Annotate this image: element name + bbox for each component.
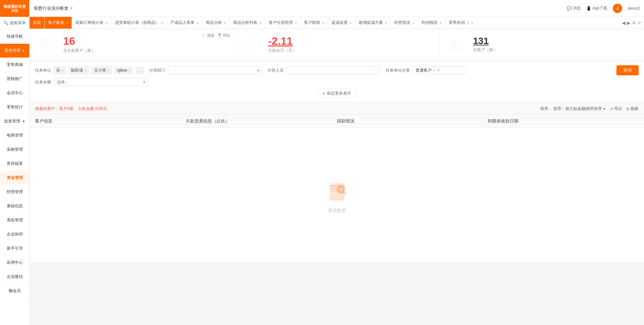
- sidebar-item-app-center[interactable]: 应用中心: [0, 256, 29, 270]
- tab-inbound-stats[interactable]: 进货单统计表（按商品） ×: [112, 17, 167, 29]
- sidebar-item-new-guide[interactable]: 新手引导: [0, 242, 29, 256]
- unit-class-input-wrap: 普通客户 × ▼: [413, 67, 466, 74]
- tab-product-analysis-list[interactable]: 商品分析列表 ×: [230, 17, 265, 29]
- tab-close-all-icon[interactable]: ✕: [632, 20, 636, 26]
- table-header: 客户信息 欠款交易信息（占比） 回款情况 到期未收款日期: [30, 115, 644, 128]
- sidebar-item-finance[interactable]: 资金管理: [0, 171, 29, 185]
- sidebar-item-enterprise-collab[interactable]: 企业协同: [0, 227, 29, 242]
- sidebar-item-retail-mall[interactable]: 零售商城: [0, 58, 29, 72]
- tab-close-icon[interactable]: ×: [66, 21, 68, 25]
- collapse-btn[interactable]: ∧ 收起更多条件: [318, 89, 355, 98]
- filter-tag-cjttcw[interactable]: cjttcw ×: [115, 67, 133, 74]
- chevron-down-icon: ▼: [437, 69, 440, 72]
- filter-tag-chenminqiang[interactable]: 陈民强 ×: [69, 67, 89, 74]
- tab-close-icon[interactable]: ×: [471, 21, 473, 25]
- logo-line1: 畅捷通好生意: [4, 4, 26, 9]
- tab-label: 商品分析: [206, 20, 222, 26]
- tab-close-icon[interactable]: ×: [197, 21, 199, 25]
- tab-operation-status[interactable]: 经营情况 ×: [391, 17, 418, 29]
- filter-tag-wangxiaoliang[interactable]: 王小亮 ×: [92, 67, 112, 74]
- help-btn[interactable]: ❓ 帮助: [217, 33, 230, 38]
- sidebar-item-wholesale[interactable]: 批发管理▼: [0, 114, 29, 129]
- tab-purchase-order[interactable]: 采购订单统计表 ×: [72, 17, 111, 29]
- video-btn[interactable]: ▷ 视频: [202, 33, 214, 38]
- app-download-btn[interactable]: 📱 App下载: [586, 5, 607, 11]
- search-icon: 🔍: [3, 21, 8, 25]
- tab-expand-icon[interactable]: ⤢: [637, 20, 641, 26]
- tab-new-promotion[interactable]: 新增提成方案 ×: [355, 17, 391, 29]
- sidebar-item-enterprise-wechat[interactable]: 企业微信: [0, 270, 29, 284]
- sidebar-item-ecommerce[interactable]: 电商管理: [0, 129, 29, 143]
- sort-selector[interactable]: 排序： 排序：按欠款金额倒序排序 ▼: [540, 106, 606, 112]
- dept-input[interactable]: [168, 66, 262, 74]
- sidebar-item-operation[interactable]: 经营管理: [0, 185, 29, 199]
- industry-selector[interactable]: 母婴行业演示帐套 ▼: [34, 5, 73, 11]
- result-summary: 搜索结果中，客户0家 欠款金额 0.00元: [35, 106, 107, 111]
- tab-cost-inbound[interactable]: 产成品入库单 ×: [167, 17, 202, 29]
- balance-filter-label: 往来余额: [35, 79, 51, 85]
- sidebar-item-basic[interactable]: 基础信息: [0, 199, 29, 213]
- tab-close-icon[interactable]: ×: [385, 21, 387, 25]
- tab-close-icon[interactable]: ×: [224, 21, 226, 25]
- tab-close-icon[interactable]: ×: [412, 21, 414, 25]
- col-due-date: 到期未收款日期: [488, 118, 639, 124]
- tab-customer-contact[interactable]: 客户联络 ×: [301, 17, 328, 29]
- sidebar-item-vip-member[interactable]: 畅会员: [0, 284, 29, 298]
- tab-customer-segment[interactable]: 客户分层经营 ×: [265, 17, 301, 29]
- tab-profit-report[interactable]: 利润报告 ×: [418, 17, 445, 29]
- tab-prev-icon[interactable]: ◀: [622, 20, 626, 26]
- tab-label: 采购订单统计表: [75, 20, 103, 26]
- table-empty-state: 暂无数据: [30, 128, 644, 262]
- balance-input[interactable]: [54, 78, 148, 86]
- remove-unit-class-tag-icon[interactable]: ×: [433, 68, 435, 72]
- remove-tag-icon[interactable]: ×: [84, 68, 86, 72]
- tab-label: 产成品入库单: [170, 20, 195, 26]
- sidebar-item-retail[interactable]: 零售管理 ▼: [0, 44, 29, 58]
- tab-close-icon[interactable]: ×: [322, 21, 324, 25]
- tab-close-icon[interactable]: ×: [161, 21, 163, 25]
- remove-tag-icon[interactable]: ×: [61, 68, 63, 72]
- filter-tag-all[interactable]: 伍 ×: [54, 67, 66, 74]
- filter-tag-more[interactable]: ...: [136, 67, 144, 74]
- remove-tag-icon[interactable]: ×: [108, 68, 110, 72]
- tab-close-icon[interactable]: ×: [440, 21, 442, 25]
- home-tab-label: 首页: [33, 20, 41, 26]
- sidebar-quick-nav[interactable]: 快捷导航: [0, 30, 29, 44]
- sidebar-item-marketing[interactable]: 营销推广: [0, 72, 29, 86]
- tab-promotion-settings[interactable]: 提成设置 ×: [328, 17, 355, 29]
- sidebar: 畅捷通好生意 标版 🔍 搜索菜单 快捷导航 零售管理 ▼ 零售商城 营销推广 会…: [0, 0, 30, 325]
- overdue-amount-value[interactable]: -2.11: [268, 36, 296, 46]
- user-avatar[interactable]: d: [613, 4, 622, 13]
- tab-close-icon[interactable]: ×: [350, 21, 352, 25]
- sidebar-search[interactable]: 🔍 搜索菜单: [0, 17, 29, 30]
- tab-next-icon[interactable]: ▶: [627, 20, 631, 26]
- sidebar-item-system[interactable]: 系统管理: [0, 213, 29, 227]
- col-repayment: 回款情况: [337, 118, 488, 124]
- messages-btn[interactable]: 💬 消息: [567, 5, 581, 11]
- sidebar-item-retail-stats[interactable]: 零售统计: [0, 100, 29, 114]
- col-customer-info: 客户信息: [35, 118, 186, 124]
- total-customers-value[interactable]: 131: [473, 36, 497, 46]
- query-button[interactable]: 查询: [616, 65, 639, 75]
- svg-rect-6: [458, 43, 464, 51]
- refresh-btn[interactable]: ↻ 刷新: [626, 106, 639, 112]
- tab-customer-capital[interactable]: 客户账本 ×: [45, 17, 72, 29]
- person-input[interactable]: [286, 66, 380, 74]
- remove-tag-icon[interactable]: ×: [128, 68, 130, 72]
- sidebar-item-member[interactable]: 会员中心: [0, 86, 29, 100]
- tab-close-icon[interactable]: ×: [105, 21, 108, 25]
- sidebar-item-inventory[interactable]: 库存核算: [0, 157, 29, 171]
- page-content: 16 总欠款客户（家） ▷ 视频 ❓ 帮助: [30, 29, 644, 325]
- sidebar-item-purchase[interactable]: 采购管理: [0, 143, 29, 157]
- download-icon: 📱: [586, 6, 591, 11]
- tab-home[interactable]: 首页: [30, 17, 45, 29]
- tab-retail-profit[interactable]: 零售利润（ ×: [445, 17, 477, 29]
- export-btn[interactable]: ↗ 导出: [610, 106, 622, 112]
- username-label: demo2: [628, 6, 640, 11]
- refresh-icon: ↻: [626, 107, 630, 111]
- tab-product-analysis[interactable]: 商品分析 ×: [203, 17, 230, 29]
- unit-class-tag[interactable]: 普通客户 ×: [415, 68, 436, 73]
- tab-close-icon[interactable]: ×: [295, 21, 297, 25]
- quick-nav-label: 快捷导航: [7, 34, 23, 39]
- tab-close-icon[interactable]: ×: [259, 21, 261, 25]
